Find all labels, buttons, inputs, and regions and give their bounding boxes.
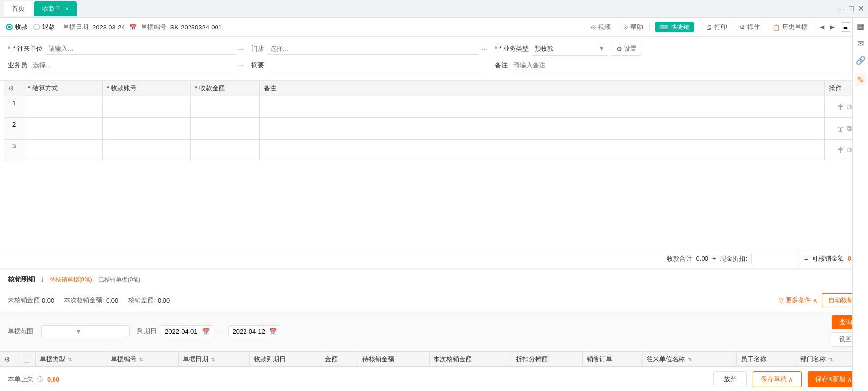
video-label: 视频 (598, 23, 611, 31)
date-to-input[interactable]: 2022-04-12 📅 (228, 325, 282, 337)
panel-table-icon[interactable]: ▦ (857, 22, 864, 31)
note-input[interactable] (511, 59, 860, 71)
video-btn[interactable]: ⊙ 视频 (591, 23, 611, 31)
verify-stats: 未核销金额 0.00 本次核销金额: 0.00 核销差额: 0.00 ▽ 更多条… (0, 289, 868, 311)
print-btn[interactable]: 🖨 打印 (706, 23, 727, 31)
tab-active[interactable]: 收款单 × (34, 1, 77, 16)
more-conditions-btn[interactable]: ▽ 更多条件 ∧ (779, 296, 818, 305)
history-btn[interactable]: 📋 历史单据 (772, 23, 808, 31)
copy-row-1-icon[interactable]: ⧉ (847, 103, 852, 111)
this-time-value: 0.00 (106, 297, 118, 304)
help-btn[interactable]: ⊙ 帮助 (623, 23, 643, 31)
table-gear-icon[interactable]: ⚙ (8, 85, 14, 92)
store-field: 门店 ··· (251, 43, 487, 55)
help-label: 帮助 (630, 23, 643, 31)
col-date-header: 单据日期 ⇅ (178, 352, 249, 367)
row-2-amount[interactable] (191, 118, 260, 140)
toolbar: 收款 退款 单据日期 2023-03-24 📅 单据编号 SK-20230324… (0, 18, 868, 37)
staff-input[interactable] (30, 59, 235, 71)
window-maximize-icon[interactable]: □ (849, 4, 854, 13)
staff-label: 业务员 (8, 61, 27, 70)
delete-row-2-icon[interactable]: 🗑 (837, 125, 844, 133)
range-select[interactable]: ▼ (41, 325, 130, 337)
operation-btn[interactable]: ⚙ 操作 (739, 23, 760, 31)
col-this-header: 本次核销金额 (429, 352, 512, 367)
panel-edit-icon[interactable]: ✎ (855, 73, 866, 86)
radio-receive-inner (8, 26, 11, 28)
radio-receive[interactable]: 收款 (6, 23, 27, 31)
row-1-amount[interactable] (191, 96, 260, 118)
window-minimize-icon[interactable]: — (837, 4, 845, 13)
save-draft-label: 保存草稿 (761, 375, 787, 384)
store-more-btn[interactable]: ··· (481, 45, 487, 53)
window-close-icon[interactable]: ✕ (858, 4, 864, 13)
view-list-icon[interactable]: ☰ (841, 22, 850, 32)
staff-field: 业务员 ··· (8, 59, 244, 71)
business-type-select[interactable]: 预收款 ▼ (532, 42, 608, 56)
verify-table-wrapper: ⚙ 单据类型 ⇅ 单据编号 ⇅ (0, 351, 868, 367)
row-1-account[interactable] (103, 96, 191, 118)
row-2-account[interactable] (103, 118, 191, 140)
staff-more-btn[interactable]: ··· (238, 61, 244, 69)
col-amount-header: 金额 (321, 352, 358, 367)
copy-row-3-icon[interactable]: ⧉ (847, 146, 852, 154)
next-icon[interactable]: ▶ (830, 24, 835, 30)
verify-actions: ▽ 更多条件 ∧ 自动核销 (779, 293, 860, 307)
prev-icon[interactable]: ◀ (820, 24, 824, 30)
table-gear-icon-2[interactable]: ⚙ (4, 356, 10, 363)
row-2-note[interactable] (260, 118, 825, 140)
panel-link-icon[interactable]: 🔗 (856, 56, 866, 65)
delete-row-1-icon[interactable]: 🗑 (837, 103, 844, 111)
divider-4 (733, 23, 733, 31)
copy-row-2-icon[interactable]: ⧉ (847, 124, 852, 133)
tab-close-icon[interactable]: × (65, 1, 69, 16)
verify-info-icon[interactable]: ℹ (41, 276, 44, 283)
verify-pending-tab[interactable]: 待核销单据(0笔) (50, 276, 92, 284)
counterpart-input[interactable] (46, 43, 235, 55)
store-input[interactable] (267, 43, 478, 55)
counterpart-more-btn[interactable]: ··· (238, 45, 244, 53)
select-all-checkbox[interactable] (24, 356, 30, 363)
verify-label: 可核销金额 (812, 254, 844, 263)
col-checkbox (18, 352, 36, 367)
help-icon: ⊙ (623, 24, 628, 31)
note-label: 备注 (495, 61, 508, 70)
row-1-settle[interactable] (24, 96, 103, 118)
info-circle-icon[interactable]: ⓘ (37, 375, 43, 384)
save-draft-btn[interactable]: 保存草稿 ∧ (753, 371, 802, 387)
delete-row-3-icon[interactable]: 🗑 (837, 146, 844, 154)
unchecked-stat: 未核销金额 0.00 (8, 296, 54, 305)
table-row: 2 🗑 ⧉ (4, 118, 864, 140)
row-1-note[interactable] (260, 96, 825, 118)
verify-header: 核销明细 ℹ 待核销单据(0笔) 已核销单据(0笔) (0, 270, 868, 289)
row-3-amount[interactable] (191, 140, 260, 161)
equals-sign: = (804, 255, 808, 262)
row-3-note[interactable] (260, 140, 825, 161)
form-setting-btn[interactable]: ⚙ 设置 (611, 42, 642, 56)
chevron-up-new-icon: ∧ (847, 376, 852, 383)
print-label: 打印 (714, 23, 727, 31)
calendar-icon[interactable]: 📅 (129, 24, 137, 31)
date-from-input[interactable]: 2022-04-01 📅 (161, 325, 214, 337)
summary-input[interactable] (267, 59, 487, 71)
verify-done-tab[interactable]: 已核销单据(0笔) (98, 276, 141, 284)
row-3-account[interactable] (103, 140, 191, 161)
history-label: 历史单据 (782, 23, 808, 31)
col-header-note: 备注 (260, 81, 825, 96)
abandon-btn[interactable]: 放弃 (713, 371, 747, 387)
range-label: 单据范围 (8, 327, 33, 335)
row-2-settle[interactable] (24, 118, 103, 140)
shortcut-btn[interactable]: ⌨ 快捷键 (655, 22, 694, 32)
right-panel: ▦ ✉ 🔗 ✎ (852, 18, 868, 391)
cash-discount-input[interactable] (751, 253, 800, 264)
panel-email-icon[interactable]: ✉ (857, 39, 864, 48)
doc-info: 单据日期 2023-03-24 📅 单据编号 SK-20230324-001 (63, 23, 222, 31)
radio-receive-dot (6, 24, 13, 30)
tab-home[interactable]: 首页 (4, 1, 32, 16)
row-1-num: 1 (4, 96, 24, 118)
row-3-settle[interactable] (24, 140, 103, 161)
form-row-2: 业务员 ··· 摘要 备注 (8, 59, 860, 71)
radio-refund[interactable]: 退款 (33, 23, 55, 31)
total-label: 收款合计 (667, 254, 692, 263)
divider-6 (814, 23, 814, 31)
